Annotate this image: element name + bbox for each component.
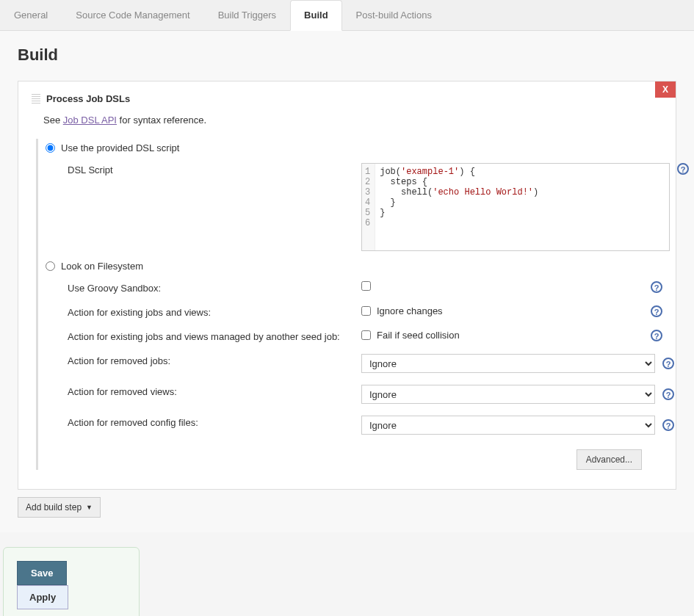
radio-provided-label[interactable]: Use the provided DSL script xyxy=(61,142,179,153)
radio-filesystem-label[interactable]: Look on Filesystem xyxy=(61,261,143,272)
advanced-button[interactable]: Advanced... xyxy=(576,449,642,470)
action-removed-jobs-label: Action for removed jobs: xyxy=(68,354,361,366)
sandbox-checkbox[interactable] xyxy=(361,281,371,291)
radio-provided-script[interactable] xyxy=(46,143,55,153)
section-title: Build xyxy=(18,46,676,65)
footer-actions: Save Apply xyxy=(3,547,140,616)
tab-scm[interactable]: Source Code Management xyxy=(62,0,203,30)
build-section: Build X Process Job DSLs See Job DSL API… xyxy=(0,31,694,532)
action-removed-config-label: Action for removed config files: xyxy=(68,416,361,428)
ignore-changes-label: Ignore changes xyxy=(377,305,443,316)
help-icon[interactable]: ? xyxy=(651,305,662,317)
action-removed-views-label: Action for removed views: xyxy=(68,385,361,397)
apply-button[interactable]: Apply xyxy=(17,585,68,609)
editor-content[interactable]: job('example-1') { steps { shell('echo H… xyxy=(375,164,543,250)
job-dsl-api-link[interactable]: Job DSL API xyxy=(63,115,117,126)
removed-config-select[interactable]: Ignore xyxy=(361,416,655,435)
radio-filesystem[interactable] xyxy=(46,261,55,271)
help-icon[interactable]: ? xyxy=(662,419,674,431)
step-title: Process Job DSLs xyxy=(46,93,130,104)
ignore-changes-checkbox[interactable] xyxy=(361,306,371,316)
script-source-group: Use the provided DSL script DSL Script 1… xyxy=(36,139,662,470)
add-build-step-button[interactable]: Add build step ▼ xyxy=(18,497,101,518)
add-build-step-label: Add build step xyxy=(26,502,82,512)
syntax-reference: See Job DSL API for syntax reference. xyxy=(43,115,651,126)
help-icon[interactable]: ? xyxy=(662,388,674,400)
fail-seed-collision-label: Fail if seed collision xyxy=(377,330,460,341)
help-icon[interactable]: ? xyxy=(662,358,674,369)
removed-jobs-select[interactable]: Ignore xyxy=(361,354,655,373)
build-step-process-job-dsls: X Process Job DSLs See Job DSL API for s… xyxy=(18,81,676,490)
save-button[interactable]: Save xyxy=(17,561,67,585)
dsl-script-editor[interactable]: 1 2 3 4 5 6 job('example-1') { steps { s… xyxy=(361,163,670,251)
tab-build[interactable]: Build xyxy=(290,0,342,31)
config-tabs: General Source Code Management Build Tri… xyxy=(0,0,694,31)
tab-general[interactable]: General xyxy=(0,0,62,30)
sandbox-label: Use Groovy Sandbox: xyxy=(68,281,361,294)
tab-post-build[interactable]: Post-build Actions xyxy=(342,0,446,30)
delete-step-button[interactable]: X xyxy=(655,81,676,98)
syntax-suffix: for syntax reference. xyxy=(117,115,206,126)
help-icon[interactable]: ? xyxy=(651,330,662,341)
action-existing-label: Action for existing jobs and views: xyxy=(68,305,361,318)
help-icon[interactable]: ? xyxy=(677,163,689,175)
drag-handle-icon[interactable] xyxy=(32,94,40,104)
fail-seed-collision-checkbox[interactable] xyxy=(361,330,371,340)
caret-down-icon: ▼ xyxy=(86,504,93,511)
tab-triggers[interactable]: Build Triggers xyxy=(204,0,290,30)
dsl-script-label: DSL Script xyxy=(68,163,361,175)
action-managed-label: Action for existing jobs and views manag… xyxy=(68,330,361,342)
syntax-prefix: See xyxy=(43,115,63,126)
help-icon[interactable]: ? xyxy=(651,281,662,293)
editor-gutter: 1 2 3 4 5 6 xyxy=(362,164,375,250)
removed-views-select[interactable]: Ignore xyxy=(361,385,655,404)
